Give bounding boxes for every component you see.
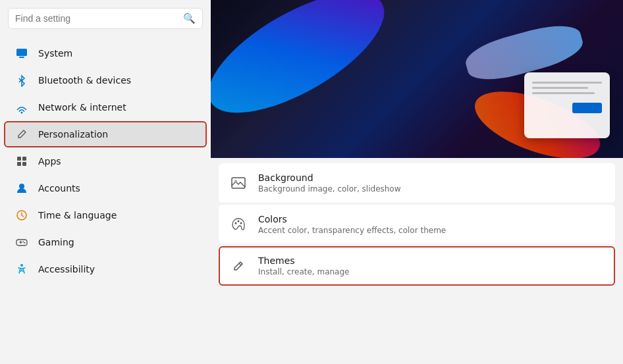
sidebar-label-personalization: Personalization: [38, 129, 108, 140]
dialog-line-2: [532, 87, 588, 89]
svg-point-14: [234, 180, 237, 182]
themes-settings-icon: [229, 257, 248, 275]
nav-list: SystemBluetooth & devicesNetwork & inter…: [0, 39, 211, 283]
network-icon: [14, 100, 29, 115]
background-subtitle: Background image, color, slideshow: [258, 184, 401, 194]
svg-point-15: [235, 222, 237, 224]
sidebar-item-network[interactable]: Network & internet: [4, 94, 207, 120]
personalization-icon: [14, 127, 29, 142]
apps-icon: [14, 154, 29, 169]
colors-subtitle: Accent color, transparency effects, colo…: [258, 226, 446, 235]
svg-point-11: [24, 242, 26, 244]
sidebar-label-accessibility: Accessibility: [38, 264, 95, 274]
sidebar-label-bluetooth: Bluetooth & devices: [38, 75, 131, 86]
decorative-ribbon-blue: [211, 0, 402, 136]
sidebar-item-bluetooth[interactable]: Bluetooth & devices: [4, 67, 207, 93]
settings-item-colors[interactable]: ColorsAccent color, transparency effects…: [219, 205, 615, 245]
svg-rect-4: [22, 157, 26, 161]
system-icon: [14, 46, 29, 61]
svg-point-2: [21, 112, 23, 114]
settings-item-themes[interactable]: ThemesInstall, create, manage: [219, 246, 615, 286]
themes-text: ThemesInstall, create, manage: [258, 255, 349, 276]
dialog-line-3: [532, 92, 595, 94]
accounts-icon: [14, 181, 29, 195]
background-settings-icon: [229, 174, 248, 192]
sidebar-item-personalization[interactable]: Personalization: [4, 121, 207, 147]
sidebar-item-gaming[interactable]: Gaming: [4, 229, 207, 255]
search-input[interactable]: [15, 13, 178, 24]
sidebar: 🔍 SystemBluetooth & devicesNetwork & int…: [0, 0, 211, 364]
sidebar-item-accounts[interactable]: Accounts: [4, 175, 207, 201]
sidebar-label-apps: Apps: [38, 156, 61, 167]
settings-item-background[interactable]: BackgroundBackground image, color, slide…: [219, 163, 615, 203]
background-title: Background: [258, 172, 401, 183]
svg-rect-5: [17, 162, 21, 166]
dialog-preview: [524, 72, 610, 138]
svg-rect-3: [17, 157, 21, 161]
svg-point-7: [19, 184, 24, 189]
settings-list: BackgroundBackground image, color, slide…: [211, 158, 623, 291]
time-icon: [14, 208, 29, 222]
bluetooth-icon: [14, 73, 29, 88]
sidebar-label-system: System: [38, 48, 72, 59]
svg-rect-1: [19, 57, 24, 58]
search-icon: 🔍: [183, 13, 196, 24]
dialog-line-1: [532, 82, 602, 84]
themes-subtitle: Install, create, manage: [258, 267, 349, 276]
sidebar-item-apps[interactable]: Apps: [4, 148, 207, 174]
svg-point-17: [240, 222, 242, 224]
themes-title: Themes: [258, 255, 349, 266]
sidebar-label-accounts: Accounts: [38, 183, 80, 194]
gaming-icon: [14, 235, 29, 249]
svg-point-16: [238, 221, 240, 222]
svg-rect-13: [232, 178, 245, 188]
svg-point-12: [20, 264, 23, 267]
background-text: BackgroundBackground image, color, slide…: [258, 172, 401, 194]
accessibility-icon: [14, 262, 29, 276]
search-bar[interactable]: 🔍: [8, 8, 203, 29]
dialog-button-preview: [572, 103, 602, 113]
sidebar-label-time: Time & language: [38, 210, 117, 221]
sidebar-label-network: Network & internet: [38, 102, 126, 113]
svg-rect-0: [16, 49, 27, 56]
svg-point-10: [23, 242, 24, 243]
wallpaper-preview: [211, 0, 623, 158]
svg-rect-6: [22, 162, 26, 166]
sidebar-item-accessibility[interactable]: Accessibility: [4, 256, 207, 282]
colors-title: Colors: [258, 214, 446, 224]
sidebar-item-system[interactable]: System: [4, 40, 207, 66]
colors-text: ColorsAccent color, transparency effects…: [258, 214, 446, 235]
sidebar-label-gaming: Gaming: [38, 237, 74, 247]
main-content: BackgroundBackground image, color, slide…: [211, 0, 623, 364]
colors-settings-icon: [229, 215, 248, 234]
sidebar-item-time[interactable]: Time & language: [4, 202, 207, 228]
